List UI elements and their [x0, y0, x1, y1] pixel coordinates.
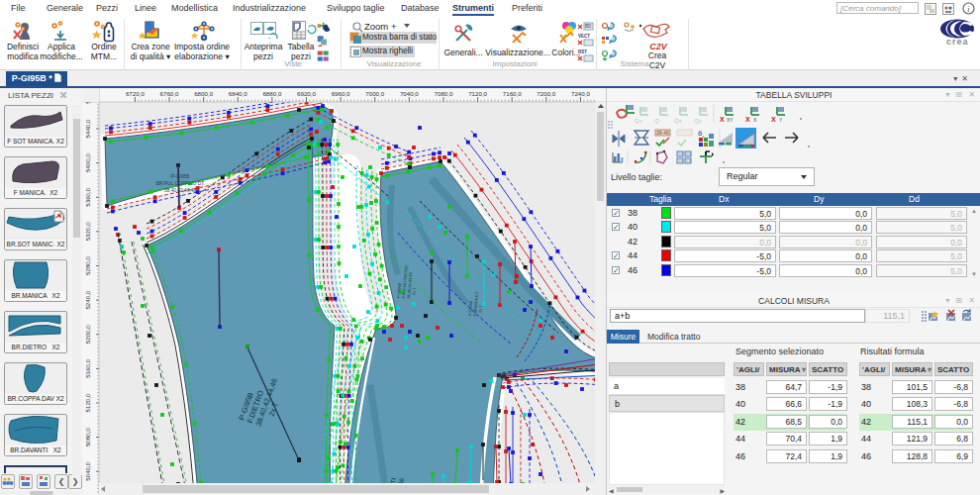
svg-text:2x T: 2x T	[477, 304, 483, 313]
svg-text:5280,0: 5280,0	[84, 255, 91, 274]
svg-text:X: X	[745, 116, 750, 123]
svg-text:P-GI95B: P-GI95B	[171, 174, 189, 179]
svg-text:5040,0: 5040,0	[84, 461, 91, 480]
svg-text:5440,0: 5440,0	[84, 119, 91, 138]
svg-text:VECT: VECT	[578, 34, 590, 39]
svg-text:5200,0: 5200,0	[84, 325, 91, 344]
svg-text:7080,0: 7080,0	[435, 90, 453, 97]
svg-text:7200,0: 7200,0	[537, 90, 555, 97]
svg-text:BD: BD	[585, 24, 592, 29]
svg-text:7000,0: 7000,0	[365, 90, 384, 97]
svg-text:53: 53	[686, 158, 691, 163]
svg-text:5160,0: 5160,0	[84, 358, 91, 377]
svg-text:6840,0: 6840,0	[229, 90, 247, 97]
svg-text:X: X	[771, 116, 776, 123]
svg-text:6880,0: 6880,0	[262, 90, 281, 97]
svg-text:Q-: Q-	[654, 118, 661, 124]
svg-text:Q+: Q+	[635, 118, 643, 124]
svg-text:Y: Y	[779, 117, 783, 123]
svg-text:Qx: Qx	[674, 118, 682, 124]
svg-text:RST: RST	[578, 50, 587, 54]
svg-text:X: X	[720, 116, 725, 123]
svg-text:i: i	[967, 5, 969, 14]
svg-text:53: 53	[686, 151, 691, 156]
svg-text:X: X	[753, 117, 757, 123]
svg-text:6720,0: 6720,0	[126, 90, 145, 97]
svg-text:53: 53	[678, 151, 683, 156]
svg-text:Qy: Qy	[694, 118, 702, 124]
svg-text:6920,0: 6920,0	[297, 90, 316, 97]
svg-text:6760,0: 6760,0	[160, 90, 179, 97]
svg-text:6960,0: 6960,0	[332, 90, 350, 97]
svg-text:38-46: 38-46	[656, 130, 669, 136]
svg-text:5320,0: 5320,0	[84, 222, 91, 241]
svg-text:5240,0: 5240,0	[84, 290, 91, 309]
svg-text:5360,0: 5360,0	[84, 187, 91, 206]
svg-text:2x T: 2x T	[411, 287, 417, 296]
svg-text:53: 53	[678, 158, 683, 163]
svg-text:38,40,42,44,46: 38,40,42,44,46	[164, 188, 196, 193]
svg-text:T: T	[179, 195, 182, 200]
svg-text:6800,0: 6800,0	[194, 90, 213, 97]
svg-text:7040,0: 7040,0	[400, 90, 419, 97]
svg-text:crea: crea	[946, 37, 969, 46]
svg-text:ö¸: ö¸	[698, 130, 705, 138]
svg-text:XY: XY	[727, 117, 734, 123]
svg-text:5120,0: 5120,0	[84, 393, 91, 412]
svg-text:5080,0: 5080,0	[84, 428, 91, 446]
svg-text:BR.PUL.COPPINO DT: BR.PUL.COPPINO DT	[156, 181, 205, 186]
svg-text:5400,0: 5400,0	[84, 153, 91, 172]
svg-text:7120,0: 7120,0	[468, 90, 487, 97]
svg-text:7160,0: 7160,0	[503, 90, 522, 97]
svg-text:7240,0: 7240,0	[571, 90, 590, 97]
